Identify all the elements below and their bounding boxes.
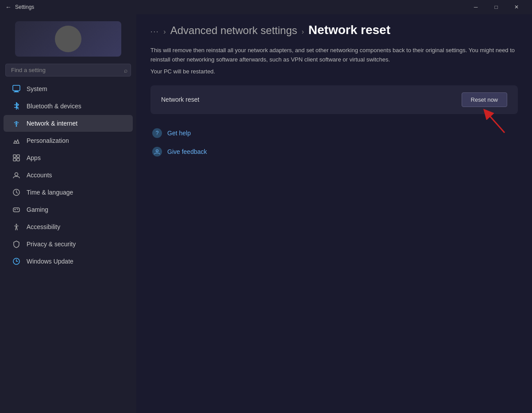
- svg-point-13: [16, 224, 17, 225]
- maximize-button[interactable]: □: [486, 0, 506, 14]
- personalization-icon: [12, 137, 20, 145]
- svg-rect-10: [13, 208, 19, 212]
- network-icon: [12, 119, 20, 127]
- title-bar: ← Settings ─ □ ✕: [0, 0, 532, 14]
- give-feedback-label: Give feedback: [167, 148, 207, 155]
- restart-note: Your PC will be restarted.: [150, 68, 518, 75]
- minimize-button[interactable]: ─: [466, 0, 486, 14]
- sidebar-item-label-accounts: Accounts: [27, 172, 52, 179]
- svg-rect-7: [17, 158, 19, 161]
- description-text: This will remove then reinstall all your…: [150, 46, 518, 65]
- sidebar-item-windows-update[interactable]: Windows Update: [4, 253, 133, 270]
- close-button[interactable]: ✕: [506, 0, 527, 14]
- back-icon[interactable]: ←: [5, 4, 12, 11]
- sidebar-item-privacy[interactable]: Privacy & security: [4, 236, 133, 252]
- breadcrumb-sep-2: ›: [302, 28, 304, 36]
- window-controls: ─ □ ✕: [466, 0, 527, 14]
- page-title: Network reset: [308, 23, 390, 37]
- update-icon: [12, 257, 20, 265]
- apps-icon: [12, 154, 20, 162]
- sidebar-item-label-bluetooth: Bluetooth & devices: [27, 103, 81, 110]
- reset-now-button[interactable]: Reset now: [462, 92, 507, 107]
- sidebar: ⌕ System Bluetooth & devices Network: [0, 14, 136, 413]
- accessibility-icon: [12, 223, 20, 231]
- reset-card-label: Network reset: [161, 96, 199, 103]
- sidebar-item-label-gaming: Gaming: [27, 206, 48, 213]
- search-input[interactable]: [5, 64, 131, 76]
- search-icon: ⌕: [124, 67, 127, 74]
- give-feedback-link[interactable]: Give feedback: [150, 143, 518, 160]
- user-avatar: [15, 21, 121, 57]
- sidebar-item-label-time: Time & language: [27, 189, 73, 196]
- breadcrumb-parent[interactable]: Advanced network settings: [170, 24, 297, 37]
- gaming-icon: [12, 206, 20, 214]
- sidebar-item-system[interactable]: System: [4, 80, 133, 97]
- sidebar-item-label-personalization: Personalization: [27, 137, 69, 144]
- sidebar-item-personalization[interactable]: Personalization: [4, 132, 133, 149]
- get-help-icon: ?: [152, 128, 162, 138]
- sidebar-item-accounts[interactable]: Accounts: [4, 167, 133, 184]
- sidebar-item-label-apps: Apps: [27, 154, 41, 161]
- sidebar-item-time-language[interactable]: Time & language: [4, 184, 133, 201]
- sidebar-item-accessibility[interactable]: Accessibility: [4, 218, 133, 235]
- main-content: ··· › Advanced network settings › Networ…: [136, 14, 532, 413]
- sidebar-item-apps[interactable]: Apps: [4, 149, 133, 166]
- sidebar-item-gaming[interactable]: Gaming: [4, 201, 133, 218]
- svg-point-3: [16, 126, 17, 127]
- app-container: ⌕ System Bluetooth & devices Network: [0, 14, 532, 413]
- svg-point-11: [17, 209, 18, 210]
- arrow-annotation: [474, 108, 509, 137]
- svg-rect-4: [13, 155, 16, 157]
- avatar-image: [55, 26, 81, 52]
- sidebar-item-label-system: System: [27, 85, 47, 92]
- svg-point-12: [17, 209, 18, 210]
- search-box: ⌕: [5, 64, 131, 76]
- give-feedback-icon: [152, 147, 162, 157]
- system-icon: [12, 85, 20, 93]
- sidebar-item-label-accessibility: Accessibility: [27, 223, 60, 230]
- bluetooth-icon: [12, 102, 20, 110]
- sidebar-item-network[interactable]: Network & internet: [4, 115, 133, 132]
- privacy-icon: [12, 240, 20, 248]
- sidebar-nav: System Bluetooth & devices Network & int…: [0, 80, 136, 270]
- svg-point-8: [15, 173, 18, 176]
- app-title: Settings: [15, 4, 34, 10]
- breadcrumb-sep-1: ›: [163, 28, 166, 36]
- svg-point-15: [156, 149, 158, 152]
- sidebar-item-label-update: Windows Update: [27, 258, 73, 265]
- svg-rect-0: [13, 85, 20, 91]
- get-help-link[interactable]: ? Get help: [150, 125, 518, 141]
- help-links: ? Get help Give feedback: [150, 125, 518, 160]
- accounts-icon: [12, 171, 20, 179]
- sidebar-item-bluetooth[interactable]: Bluetooth & devices: [4, 98, 133, 115]
- network-reset-card: Network reset Reset now: [150, 85, 518, 114]
- svg-rect-2: [14, 92, 19, 92]
- svg-rect-5: [17, 155, 19, 157]
- breadcrumb-row: ··· › Advanced network settings › Networ…: [150, 23, 518, 37]
- breadcrumb-dots[interactable]: ···: [150, 28, 159, 36]
- time-icon: [12, 188, 20, 196]
- sidebar-item-label-network: Network & internet: [27, 120, 77, 127]
- sidebar-item-label-privacy: Privacy & security: [27, 241, 76, 248]
- svg-rect-6: [13, 158, 16, 161]
- get-help-label: Get help: [167, 130, 191, 137]
